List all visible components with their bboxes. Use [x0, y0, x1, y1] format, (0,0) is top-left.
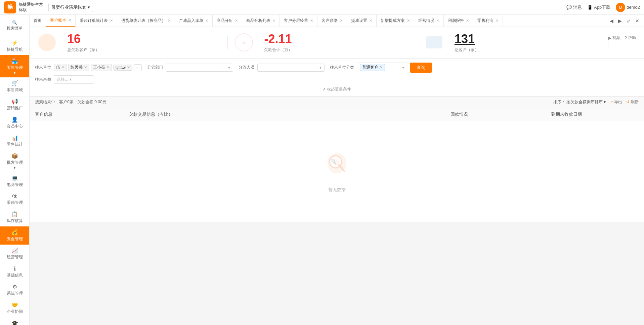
sidebar-item-quick-nav[interactable]: ⚡ 快捷导航: [0, 37, 29, 55]
svg-text:★: ★: [242, 40, 246, 45]
person-dots[interactable]: ···: [314, 65, 318, 70]
tab-next-btn[interactable]: ▶: [616, 17, 624, 24]
sidebar-item-operation[interactable]: 📈 经营管理: [0, 245, 29, 263]
col-debt-info: 欠款交易信息（占比）: [129, 111, 450, 117]
filter-bar: 往来单位 伍 ✕ 陈民强 ✕ 王小亮: [30, 59, 644, 97]
balance-select[interactable]: 选择... ▾: [54, 75, 94, 84]
col-overdue-date: 到期未收款日期: [551, 111, 639, 117]
export-btn[interactable]: ↗ 导出: [610, 99, 622, 105]
tab-close-goods-analysis-list[interactable]: ✕: [272, 19, 275, 23]
sidebar-item-member[interactable]: 👤 会员中心: [0, 114, 29, 132]
unit-type-select[interactable]: 普通客户 ✕ ▾: [357, 63, 407, 72]
tab-close-all-btn[interactable]: ✕: [633, 17, 641, 24]
message-btn[interactable]: 💬 消息: [566, 4, 582, 10]
sidebar-item-inventory[interactable]: 📋 库存核算: [0, 208, 29, 226]
main-layout: 🔍 搜索菜单 ⚡ 快捷导航 🏪 零售管理 ▼ 🛒 零售商城 📢 营销推广: [0, 15, 644, 325]
stat-total-customers: ¥ 16 总欠款客户（家）: [38, 32, 228, 53]
svg-text:🔍: 🔍: [330, 159, 336, 165]
unit-type-tag: 普通客户 ✕: [360, 64, 385, 71]
filter-row-1: 往来单位 伍 ✕ 陈民强 ✕ 王小亮: [35, 63, 639, 73]
tab-close-customer-debt[interactable]: ✕: [68, 18, 71, 23]
tab-goods-analysis[interactable]: 商品分析 ✕: [213, 15, 242, 27]
filter-row-2: 往来余额 选择... ▾: [35, 75, 639, 84]
tab-prev-btn[interactable]: ◀: [608, 17, 615, 24]
tab-mention-settings[interactable]: 提成设置 ✕: [347, 15, 377, 27]
tag-close-4[interactable]: ✕: [127, 65, 130, 70]
tab-close-customer-contact[interactable]: ✕: [340, 19, 343, 23]
tab-operation-status[interactable]: 经营情况 ✕: [414, 15, 444, 27]
dept-dots[interactable]: ···: [223, 65, 227, 70]
tab-new-mention[interactable]: 新增提成方案 ✕: [377, 15, 414, 27]
filter-collapse: ∧ 收起更多条件: [35, 85, 639, 95]
tab-close-mention-settings[interactable]: ✕: [369, 19, 372, 23]
tag-close-3[interactable]: ✕: [106, 65, 110, 70]
logo: 畅 畅捷通好生意 标版: [4, 1, 43, 13]
sidebar-item-retail-stats[interactable]: 📊 零售统计: [0, 132, 29, 150]
tab-expand-btn[interactable]: ⤢: [625, 17, 633, 24]
tag-close-2[interactable]: ✕: [84, 65, 87, 70]
ecommerce-icon: 💻: [11, 175, 18, 181]
sidebar-item-finance[interactable]: 💰 资金管理: [0, 226, 29, 245]
search-icon: 🔍: [12, 20, 17, 25]
tab-home[interactable]: 首页: [30, 15, 46, 27]
tab-close-retail-profit[interactable]: ✕: [496, 19, 499, 23]
account-selector[interactable]: 母婴行业演示帐套 ▾: [48, 3, 93, 12]
help-icon: ?: [625, 36, 627, 40]
help-btn[interactable]: ? 帮助: [625, 35, 636, 41]
app-download-btn[interactable]: 📱 App下载: [587, 4, 610, 10]
results-bar: 搜索结果中，客户0家 欠款金额 0.00元 排序： 按欠款金额倒序排序 ▾ ↗ …: [30, 97, 644, 108]
marketing-icon: 📢: [11, 98, 18, 105]
basic-info-icon: ℹ: [14, 265, 16, 272]
tab-retail-profit[interactable]: 零售利润 ✕: [473, 15, 503, 27]
filter-tags: 伍 ✕ 陈民强 ✕ 王小亮 ✕: [54, 64, 142, 71]
finance-icon: 💰: [11, 229, 18, 236]
unit-type-tag-close[interactable]: ✕: [380, 65, 383, 70]
tab-close-operation-status[interactable]: ✕: [436, 19, 439, 23]
tab-purchase-order-stats[interactable]: 采购订单统计表 ✕: [76, 15, 117, 27]
results-bar-right: 排序： 按欠款金额倒序排序 ▾ ↗ 导出 ↺ 刷新: [553, 99, 639, 105]
collapse-btn[interactable]: ∧ 收起更多条件: [323, 86, 351, 92]
tab-close-purchase-order-stats[interactable]: ✕: [110, 19, 113, 23]
video-btn[interactable]: ▶ 视频: [608, 35, 620, 41]
chevron-down-icon-sort: ▾: [604, 100, 606, 104]
dept-select[interactable]: ··· ▾: [166, 64, 233, 72]
search-menu-btn[interactable]: 🔍 搜索菜单: [3, 18, 27, 33]
logo-text: 畅捷通好生意 标版: [19, 2, 43, 12]
tab-close-produce-in[interactable]: ✕: [205, 19, 208, 23]
sidebar-item-basic-info[interactable]: ℹ 基础信息: [0, 263, 29, 281]
retail-stats-icon: 📊: [11, 135, 18, 141]
tab-customer-contact[interactable]: 客户联络 ✕: [317, 15, 347, 27]
top-bar-right: 💬 消息 📱 App下载 D demo2: [566, 3, 640, 12]
filter-more-btn[interactable]: ···: [134, 64, 142, 71]
tab-customer-debt[interactable]: 客户账本 ✕: [46, 15, 76, 27]
sidebar-item-wholesale[interactable]: 📦 批发管理 ▼: [0, 150, 29, 172]
query-button[interactable]: 查询: [410, 63, 432, 73]
sort-select[interactable]: 排序： 按欠款金额倒序排序 ▾: [553, 99, 606, 105]
tab-close-goods-analysis[interactable]: ✕: [235, 19, 238, 23]
tab-close-customer-tier[interactable]: ✕: [310, 19, 313, 23]
refresh-btn[interactable]: ↺ 刷新: [626, 99, 639, 105]
tab-stock-stats[interactable]: 进货单统计表（按商品） ✕: [117, 15, 175, 27]
tab-close-stock-stats[interactable]: ✕: [168, 19, 171, 23]
tag-close-1[interactable]: ✕: [61, 65, 65, 70]
tab-close-new-mention[interactable]: ✕: [407, 19, 410, 23]
tab-produce-in[interactable]: 产成品入库单 ✕: [175, 15, 213, 27]
quick-nav-icon: ⚡: [11, 40, 18, 46]
sidebar-item-ecommerce[interactable]: 💻 电商管理: [0, 172, 29, 190]
tab-bar: 首页 客户账本 ✕ 采购订单统计表 ✕ 进货单统计表（按商品） ✕ 产成品入库单…: [30, 15, 644, 27]
user-menu[interactable]: D demo2: [616, 3, 640, 12]
tab-customer-tier[interactable]: 客户分层经营 ✕: [280, 15, 317, 27]
person-select[interactable]: ··· ▾: [257, 64, 325, 72]
tab-profit-report[interactable]: 利润报告 ✕: [444, 15, 473, 27]
sidebar-search-section: 🔍 搜索菜单: [0, 15, 29, 37]
refresh-icon: ↺: [626, 100, 630, 104]
tab-close-profit-report[interactable]: ✕: [466, 19, 469, 23]
sidebar-item-retail-mgmt[interactable]: 🏪 零售管理 ▼: [0, 55, 29, 77]
sidebar-item-purchase[interactable]: 🛍 采购管理: [0, 190, 29, 208]
sidebar-item-retail-shop[interactable]: 🛒 零售商城: [0, 77, 29, 96]
sidebar-item-marketing[interactable]: 📢 营销推广: [0, 96, 29, 114]
sidebar-item-newbie[interactable]: 🎓 新手引导: [0, 317, 29, 325]
tab-goods-analysis-list[interactable]: 商品分析列表 ✕: [242, 15, 280, 27]
sidebar-item-sys-mgmt[interactable]: ⚙ 系统管理: [0, 281, 29, 299]
sidebar-item-enterprise[interactable]: 🤝 企业协同: [0, 299, 29, 317]
